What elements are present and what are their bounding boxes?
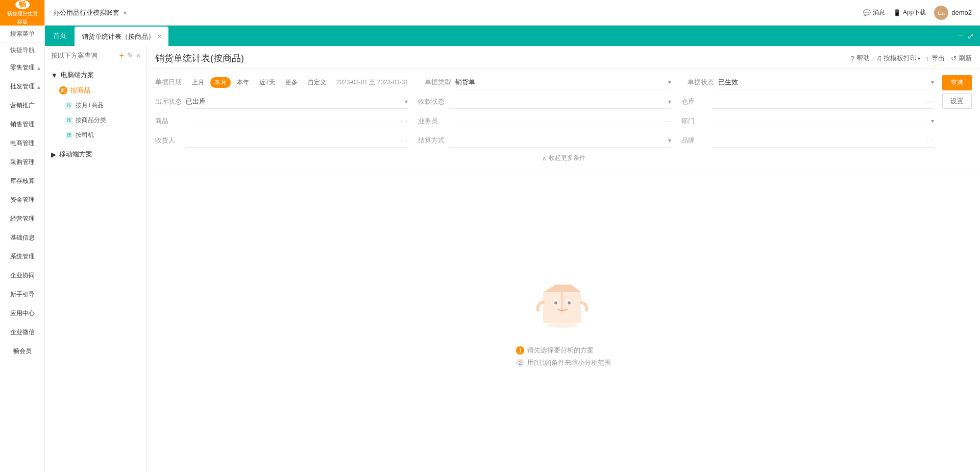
department-control[interactable]: ▾ <box>712 114 934 128</box>
query-button[interactable]: 查询 <box>942 75 972 90</box>
receiver-item: 收货人 ··· <box>155 133 408 148</box>
sidebar-quick[interactable]: 快捷导航 <box>0 43 44 58</box>
warehouse-dots[interactable]: ··· <box>926 98 934 106</box>
payment-label: 结算方式 <box>418 136 445 145</box>
app-download-button[interactable]: 📱 App下载 <box>893 8 926 17</box>
refresh-button[interactable]: ↺ 刷新 <box>951 54 972 63</box>
date-tab-more[interactable]: 更多 <box>281 77 302 88</box>
collapse-button[interactable]: ∧ 收起更多条件 <box>542 154 585 162</box>
tip-num-1: 1 <box>516 346 524 355</box>
settings-button[interactable]: 设置 <box>942 93 972 109</box>
sidebar-item-system[interactable]: 系统管理 <box>0 247 44 266</box>
sidebar-item-ecommerce[interactable]: 电商管理 <box>0 134 44 153</box>
collapse-panel-button[interactable]: « <box>136 51 140 60</box>
print-dropdown-arrow[interactable]: ▾ <box>918 56 920 61</box>
salesperson-control[interactable]: ··· <box>449 114 671 128</box>
export-button[interactable]: ↑ 导出 <box>926 54 945 63</box>
out-status-arrow[interactable]: ▾ <box>405 98 408 105</box>
date-tab-custom[interactable]: 自定义 <box>304 77 330 88</box>
sidebar-item-wechat[interactable]: 企业微信 <box>0 323 44 342</box>
logo-sub: 标版 <box>17 18 28 26</box>
plan-group-desktop[interactable]: ▼ 电脑端方案 <box>45 67 146 83</box>
sidebar-item-inventory[interactable]: 库存核算 <box>0 172 44 191</box>
plan-group-mobile[interactable]: ▶ 移动端方案 <box>45 147 146 162</box>
sidebar-item-finance[interactable]: 资金管理 <box>0 191 44 209</box>
tab-maximize-button[interactable]: ⤢ <box>967 31 974 41</box>
sidebar-item-guide[interactable]: 新手引导 <box>0 285 44 304</box>
user-profile[interactable]: Ea demo2 <box>934 6 972 20</box>
brand-label: 品牌 <box>681 136 708 145</box>
doc-status-label: 单据状态 <box>688 78 714 87</box>
receive-status-arrow[interactable]: ▾ <box>668 98 671 105</box>
topbar-right: 💬 消息 📱 App下载 Ea demo2 <box>863 6 972 20</box>
receive-status-control[interactable]: ▾ <box>449 95 671 109</box>
department-item: 部门 ▾ <box>681 114 934 128</box>
plan-item-by-driver[interactable]: 按 按司机 <box>45 128 146 143</box>
doc-type-control[interactable]: 销货单 ▾ <box>455 75 671 89</box>
topbar: 办公用品行业模拟账套 ▾ 💬 消息 📱 App下载 Ea demo2 <box>45 0 980 26</box>
date-filter-row: 单据日期 上月 本月 本年 近7天 更多 自定义 2023-03-01 至 20… <box>155 75 934 89</box>
goods-dots[interactable]: ··· <box>401 117 408 125</box>
right-panel: 销货单统计表(按商品) ? 帮助 🖨 按模板打印 ▾ ↑ 导出 <box>147 46 980 472</box>
sidebar-item-sales[interactable]: 销售管理 <box>0 115 44 134</box>
help-button[interactable]: ? 帮助 <box>850 54 869 63</box>
sidebar-item-marketing[interactable]: 营销推广 <box>0 96 44 115</box>
sidebar-logo[interactable]: 畅 畅捷通好生意 标版 <box>0 0 44 26</box>
sidebar-item-purchase[interactable]: 采购管理 <box>0 153 44 172</box>
date-tab-7days[interactable]: 近7天 <box>255 77 279 88</box>
payment-control[interactable]: ▾ <box>449 133 671 148</box>
date-tab-this-month[interactable]: 本月 <box>210 77 231 88</box>
edit-plan-button[interactable]: ✎ <box>127 51 133 60</box>
sidebar-item-retail[interactable]: 零售管理 ▲ <box>0 58 44 77</box>
out-status-control[interactable]: 已出库 ▾ <box>186 95 408 109</box>
payment-arrow[interactable]: ▾ <box>668 137 671 144</box>
svg-point-6 <box>547 323 577 328</box>
print-button[interactable]: 🖨 按模板打印 ▾ <box>876 54 920 63</box>
brand-control[interactable]: ··· <box>712 133 934 148</box>
logo-icon: 畅 <box>15 0 30 9</box>
date-label: 单据日期 <box>155 78 182 87</box>
doc-type-arrow[interactable]: ▾ <box>668 79 671 86</box>
sidebar-item-wholesale[interactable]: 批发管理 ▲ <box>0 77 44 96</box>
goods-control[interactable]: ··· <box>186 114 408 128</box>
sidebar-item-appstore[interactable]: 应用中心 <box>0 304 44 323</box>
receiver-dots[interactable]: ··· <box>401 136 408 145</box>
receiver-control[interactable]: ··· <box>186 133 408 148</box>
sidebar-item-member[interactable]: 畅会员 <box>0 342 44 361</box>
topbar-dropdown-icon[interactable]: ▾ <box>124 9 127 16</box>
panel-header-actions: + ✎ « <box>119 51 140 60</box>
sidebar: 畅 畅捷通好生意 标版 搜索菜单 快捷导航 零售管理 ▲ 批发管理 ▲ 营销推广… <box>0 0 45 472</box>
doc-type-value: 销货单 <box>455 78 475 87</box>
tab-close-button[interactable]: × <box>158 33 161 40</box>
doc-status-arrow[interactable]: ▾ <box>931 79 934 86</box>
date-tab-last-month[interactable]: 上月 <box>188 77 208 88</box>
message-button[interactable]: 💬 消息 <box>863 8 885 17</box>
plan-item-by-category[interactable]: 按 按商品分类 <box>45 113 146 128</box>
plan-item-by-goods[interactable]: 商 按商品 <box>45 83 146 98</box>
filter-area: 单据日期 上月 本月 本年 近7天 更多 自定义 2023-03-01 至 20… <box>147 69 980 172</box>
sidebar-item-enterprise[interactable]: 企业协同 <box>0 266 44 285</box>
doc-status-control[interactable]: 已生效 ▾ <box>718 75 934 89</box>
sidebar-search[interactable]: 搜索菜单 <box>0 26 44 43</box>
warehouse-label: 仓库 <box>681 97 708 106</box>
add-plan-button[interactable]: + <box>119 51 124 60</box>
tab-current[interactable]: 销货单统计表（按商品） × <box>75 27 168 47</box>
brand-dots[interactable]: ··· <box>926 136 934 145</box>
goods-item: 商品 ··· <box>155 114 408 128</box>
plan-item-by-month-goods[interactable]: 按 按月+商品 <box>45 98 146 113</box>
sidebar-item-basics[interactable]: 基础信息 <box>0 228 44 247</box>
content-area: 按以下方案查询 + ✎ « ▼ 电脑端方案 商 按商品 按 按月+ <box>45 46 980 472</box>
date-tab-this-year[interactable]: 本年 <box>233 77 253 88</box>
tab-home[interactable]: 首页 <box>45 26 75 46</box>
sidebar-item-operations[interactable]: 经营管理 <box>0 209 44 228</box>
avatar: Ea <box>934 6 948 20</box>
empty-area: 1 请先选择要分析的方案 2 用[过滤]条件来缩小分析范围 <box>147 172 980 472</box>
department-arrow[interactable]: ▾ <box>931 117 934 125</box>
collapse-row: ∧ 收起更多条件 <box>155 151 972 166</box>
warehouse-control[interactable]: ··· <box>712 95 934 109</box>
main-area: 办公用品行业模拟账套 ▾ 💬 消息 📱 App下载 Ea demo2 首页 销货… <box>45 0 980 472</box>
salesperson-dots[interactable]: ··· <box>664 117 671 125</box>
tab-minimize-button[interactable]: ─ <box>958 31 963 40</box>
user-name: demo2 <box>951 9 972 16</box>
warehouse-item: 仓库 ··· <box>681 95 934 109</box>
